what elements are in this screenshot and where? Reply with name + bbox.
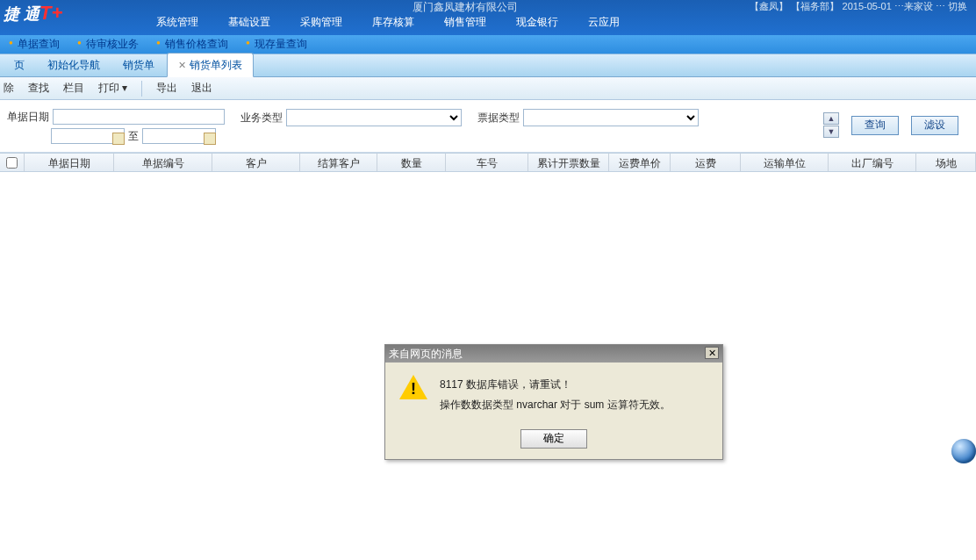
modal-backdrop: 来自网页的消息 ✕ 8117 数据库错误，请重试！ 操作数数据类型 nvarch… <box>0 0 976 560</box>
dialog-message: 8117 数据库错误，请重试！ 操作数数据类型 nvarchar 对于 sum … <box>440 375 671 415</box>
dialog-titlebar: 来自网页的消息 ✕ <box>385 345 722 363</box>
dialog-ok-button[interactable]: 确定 <box>520 429 587 449</box>
globe-icon <box>951 439 976 463</box>
dialog-line2: 操作数数据类型 nvarchar 对于 sum 运算符无效。 <box>440 395 671 415</box>
error-dialog: 来自网页的消息 ✕ 8117 数据库错误，请重试！ 操作数数据类型 nvarch… <box>384 344 723 460</box>
dialog-line1: 8117 数据库错误，请重试！ <box>440 375 671 395</box>
warning-icon <box>399 375 427 399</box>
dialog-title-text: 来自网页的消息 <box>389 345 463 363</box>
dialog-close-button[interactable]: ✕ <box>705 347 719 359</box>
